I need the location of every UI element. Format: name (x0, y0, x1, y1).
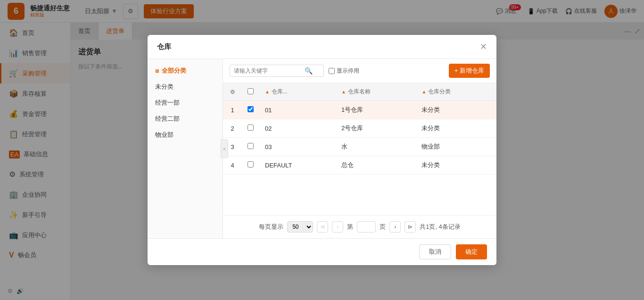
col-gear-icon: ⚙ (230, 89, 235, 95)
modal-sidebar-all-label: 全部分类 (162, 67, 186, 75)
sort-icon-cat: ▲ (421, 89, 426, 94)
sidebar-collapse-button[interactable]: « (221, 139, 228, 158)
row-checkbox-cell (242, 119, 259, 138)
modal-sidebar-dept2[interactable]: 经营二部 (148, 111, 223, 127)
search-input[interactable] (234, 67, 305, 74)
sort-icon: ▲ (265, 89, 270, 94)
row-num: 2 (223, 119, 242, 138)
table-row[interactable]: 2 02 2号仓库 未分类 (223, 119, 496, 138)
select-all-checkbox[interactable] (248, 88, 254, 94)
modal-toolbar: 🔍 显示停用 + 新增仓库 (223, 59, 496, 83)
col-gear: ⚙ (223, 83, 242, 101)
next-page-button[interactable]: › (389, 221, 401, 233)
total-info: 共1页, 4条记录 (420, 223, 461, 231)
col-warehouse-name[interactable]: ▲ 仓库名称 (336, 83, 416, 101)
modal-sidebar: ⊞ 全部分类 未分类 经营一部 经营二部 物业部 « (148, 59, 223, 238)
row-code: DEFAULT (259, 156, 336, 175)
row-code: 01 (259, 101, 336, 119)
row-code: 03 (259, 138, 336, 156)
row-category: 物业部 (416, 138, 496, 156)
table-row[interactable]: 4 DEFAULT 总仓 未分类 (223, 156, 496, 175)
search-box: 🔍 (230, 65, 324, 77)
page-unit: 页 (380, 223, 386, 231)
search-icon: 🔍 (305, 67, 313, 75)
prev-page-button[interactable]: ‹ (332, 221, 343, 233)
modal-pagination: 每页显示 50 100 ⊲ ‹ 第 1 页 › ⊳ 共1页, 4条记录 (223, 215, 496, 238)
warehouse-modal: 仓库 ✕ ⊞ 全部分类 未分类 经营一部 经营二部 物业部 « (148, 35, 496, 265)
modal-sidebar-all[interactable]: ⊞ 全部分类 (148, 63, 223, 79)
modal-sidebar-dept1[interactable]: 经营一部 (148, 95, 223, 111)
modal-sidebar-uncategorized[interactable]: 未分类 (148, 79, 223, 95)
first-page-button[interactable]: ⊲ (317, 221, 328, 233)
col-warehouse-code[interactable]: ▲ 仓库... (259, 83, 336, 101)
grid-icon: ⊞ (155, 68, 159, 74)
confirm-button[interactable]: 确定 (456, 244, 487, 259)
col-warehouse-category[interactable]: ▲ 仓库分类 (416, 83, 496, 101)
show-disabled-checkbox[interactable]: 显示停用 (329, 67, 359, 75)
page-number-input[interactable]: 1 (357, 221, 376, 233)
modal-title: 仓库 (157, 42, 171, 51)
modal-main: 🔍 显示停用 + 新增仓库 ⚙ (223, 59, 496, 238)
page-label: 第 (347, 223, 353, 231)
modal-sidebar-dept2-label: 经营二部 (155, 115, 180, 123)
row-checkbox-cell (242, 138, 259, 156)
modal-sidebar-property[interactable]: 物业部 (148, 127, 223, 143)
row-checkbox-cell (242, 156, 259, 175)
row-checkbox[interactable] (248, 106, 254, 112)
row-checkbox[interactable] (248, 143, 254, 149)
row-category: 未分类 (416, 119, 496, 138)
modal-sidebar-dept1-label: 经营一部 (155, 99, 180, 107)
row-category: 未分类 (416, 156, 496, 175)
per-page-select[interactable]: 50 100 (287, 221, 313, 233)
row-checkbox[interactable] (248, 125, 254, 131)
add-warehouse-button[interactable]: + 新增仓库 (449, 64, 490, 78)
row-name: 2号仓库 (336, 119, 416, 138)
show-disabled-input[interactable] (329, 68, 335, 74)
warehouse-table: ⚙ ▲ 仓库... (223, 83, 496, 175)
row-name: 水 (336, 138, 416, 156)
sort-icon-name: ▲ (341, 89, 346, 94)
row-num: 4 (223, 156, 242, 175)
modal-body: ⊞ 全部分类 未分类 经营一部 经营二部 物业部 « (148, 59, 496, 238)
per-page-label: 每页显示 (259, 223, 283, 231)
modal-close-button[interactable]: ✕ (480, 42, 487, 52)
modal-sidebar-uncategorized-label: 未分类 (155, 83, 173, 91)
cancel-button[interactable]: 取消 (419, 244, 451, 259)
row-num: 1 (223, 101, 242, 119)
modal-sidebar-property-label: 物业部 (155, 131, 173, 139)
row-checkbox-cell (242, 101, 259, 119)
warehouse-table-wrap: ⚙ ▲ 仓库... (223, 83, 496, 215)
table-header-row: ⚙ ▲ 仓库... (223, 83, 496, 101)
row-checkbox[interactable] (248, 161, 254, 167)
last-page-button[interactable]: ⊳ (405, 221, 416, 233)
col-checkbox (242, 83, 259, 101)
table-row[interactable]: 3 03 水 物业部 (223, 138, 496, 156)
modal-footer: 取消 确定 (148, 238, 496, 265)
row-category: 未分类 (416, 101, 496, 119)
row-code: 02 (259, 119, 336, 138)
chevron-left-icon: « (223, 146, 226, 151)
show-disabled-label: 显示停用 (337, 67, 359, 75)
row-name: 1号仓库 (336, 101, 416, 119)
modal-header: 仓库 ✕ (148, 35, 496, 59)
row-name: 总仓 (336, 156, 416, 175)
table-row[interactable]: 1 01 1号仓库 未分类 (223, 101, 496, 119)
